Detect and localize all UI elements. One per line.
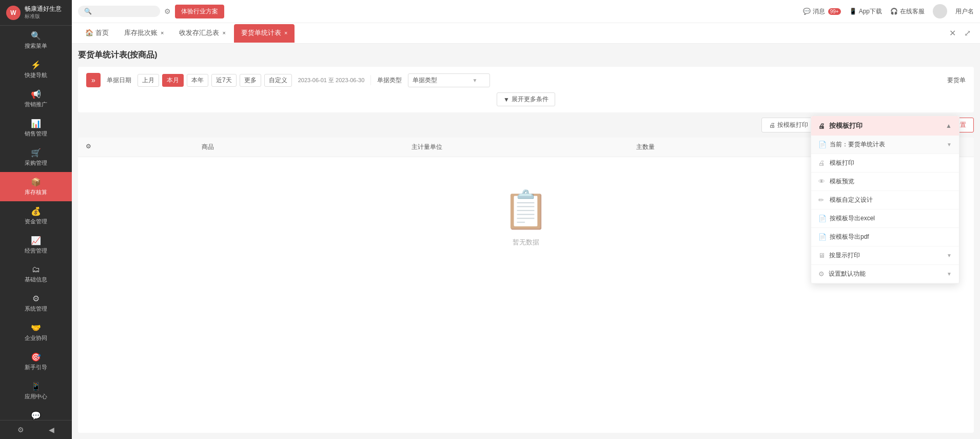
date-btn-last-month[interactable]: 上月: [138, 74, 159, 87]
th-unit: 主计量单位: [318, 143, 537, 151]
app-logo: W 畅康通好生意 标准版: [0, 0, 72, 26]
filter-card: » 单据日期 上月 本月 本年 近7天 更多 自定义 2023-06-01 至 …: [78, 67, 974, 112]
tab-order-stats[interactable]: 要货单统计表 ×: [234, 24, 295, 43]
message-icon: 💬: [803, 8, 811, 15]
date-btn-7days[interactable]: 近7天: [211, 74, 237, 87]
message-badge: 99+: [828, 8, 841, 15]
quick-nav-icon: ⚡: [31, 60, 41, 70]
tpl-default-func-section[interactable]: ⚙ 设置默认功能 ▼: [811, 265, 959, 283]
tpl-default-func-icon: ⚙: [818, 270, 825, 278]
sidebar-item-corp-collab[interactable]: 🤝 企业协同: [0, 318, 72, 347]
user-avatar[interactable]: [933, 4, 947, 18]
sidebar-item-inventory[interactable]: 📦 库存核算: [0, 172, 72, 201]
sidebar-item-purchase[interactable]: 🛒 采购管理: [0, 143, 72, 172]
sidebar-item-system[interactable]: ⚙ 系统管理: [0, 289, 72, 318]
sidebar-item-basics[interactable]: 🗂 基础信息: [0, 260, 72, 289]
date-btn-more[interactable]: 更多: [240, 74, 261, 87]
settings-footer-icon[interactable]: ⚙: [17, 426, 24, 434]
app-name: 畅康通好生意: [25, 5, 62, 13]
tab-close-all-btn[interactable]: ✕: [946, 27, 959, 39]
tpl-export-excel-icon: 📄: [818, 215, 827, 222]
tpl-current-label: 当前：要货单统计表: [830, 140, 885, 149]
sidebar-item-corp-wechat[interactable]: 💬 企业微信: [0, 406, 72, 420]
sidebar-item-marketing[interactable]: 📢 营销推广: [0, 84, 72, 113]
date-btn-custom[interactable]: 自定义: [264, 74, 292, 87]
tpl-export-pdf-label: 按模板导出pdf: [830, 233, 869, 241]
tpl-dropdown-title: 按模板打印: [829, 121, 863, 130]
sidebar-item-label: 快捷导航: [25, 71, 47, 79]
industry-btn[interactable]: 体验行业方案: [175, 5, 224, 18]
tpl-dropdown-collapse-icon[interactable]: ▲: [946, 122, 952, 129]
filter-separator-1: [370, 75, 371, 85]
tab-home[interactable]: 🏠 首页: [78, 24, 116, 43]
filter-expand-icon[interactable]: »: [86, 73, 101, 87]
expand-more-btn[interactable]: ▼ 展开更多条件: [497, 92, 555, 106]
order-type-label: 单据类型: [377, 76, 402, 85]
sidebar-item-label: 基础信息: [25, 276, 47, 283]
filter-right: 要货单: [947, 76, 966, 85]
tpl-preview-icon: 👁: [818, 178, 825, 185]
tab-recv-summary[interactable]: 收发存汇总表 ×: [172, 24, 232, 43]
expand-more-label: 展开更多条件: [512, 95, 548, 104]
expand-icon: ▼: [503, 96, 509, 103]
tpl-display-print-section[interactable]: 🖥 按显示打印 ▼: [811, 246, 959, 265]
th-settings[interactable]: ⚙: [78, 143, 99, 151]
purchase-icon: 🛒: [31, 148, 41, 158]
tpl-preview-item[interactable]: 👁 模板预览: [811, 173, 959, 191]
collapse-footer-icon[interactable]: ◀: [49, 426, 54, 434]
main-content: 🔍 ⚙ 体验行业方案 💬 消息 99+ 📱 App下载 🎧 在线客服 用户名: [72, 0, 980, 439]
message-btn[interactable]: 💬 消息 99+: [803, 7, 841, 16]
tab-expand-btn[interactable]: ⤢: [961, 27, 974, 39]
app-version: 标准版: [25, 13, 62, 20]
tpl-current-arrow: ▼: [947, 142, 952, 147]
sidebar-nav: 🔍 搜索菜单 ⚡ 快捷导航 📢 营销推广 📊 销售管理 🛒 采购管理 📦 库存核…: [0, 26, 72, 420]
newbie-icon: 🎯: [31, 352, 41, 362]
tpl-print-item[interactable]: 🖨 模板打印: [811, 154, 959, 173]
tpl-export-pdf-item[interactable]: 📄 按模板导出pdf: [811, 228, 959, 246]
marketing-icon: 📢: [31, 89, 41, 99]
sidebar-item-label: 采购管理: [25, 159, 47, 167]
tab-order-stats-close[interactable]: ×: [284, 30, 287, 36]
sales-icon: 📊: [31, 119, 41, 128]
sidebar-item-finance[interactable]: 💰 资金管理: [0, 201, 72, 231]
date-btn-this-year[interactable]: 本年: [187, 74, 208, 87]
tpl-dropdown: 🖨 按模板打印 ▲ 📄 当前：要货单统计表 ▼ 🖨 模板打印 👁 模板预览: [811, 116, 959, 284]
tpl-current-item[interactable]: 📄 当前：要货单统计表 ▼: [811, 136, 959, 154]
sidebar-item-sales[interactable]: 📊 销售管理: [0, 113, 72, 143]
basics-icon: 🗂: [32, 265, 40, 274]
topbar-gear-icon[interactable]: ⚙: [164, 7, 171, 15]
sidebar-item-operations[interactable]: 📈 经营管理: [0, 231, 72, 260]
online-service-label: 在线客服: [900, 7, 925, 16]
tpl-display-print-arrow: ▼: [947, 253, 952, 258]
tpl-dropdown-header[interactable]: 🖨 按模板打印 ▲: [811, 116, 959, 136]
logo-icon: W: [6, 6, 21, 20]
tpl-design-item[interactable]: ✏ 模板自定义设计: [811, 191, 959, 209]
order-type-select[interactable]: 单据类型 ▼: [408, 73, 490, 87]
tab-recv-summary-close[interactable]: ×: [222, 30, 225, 36]
tpl-current-icon: 📄: [818, 141, 827, 148]
sidebar-item-newbie[interactable]: 🎯 新手引导: [0, 347, 72, 376]
date-options: 上月 本月 本年 近7天 更多 自定义: [138, 74, 292, 87]
topbar-search[interactable]: 🔍: [78, 6, 160, 17]
sidebar-item-label: 资金管理: [25, 218, 47, 225]
order-goods-label: 要货单: [947, 76, 966, 85]
phone-icon: 📱: [849, 8, 857, 15]
tpl-display-print-label: 按显示打印: [829, 251, 860, 260]
tpl-default-func-arrow: ▼: [947, 271, 952, 277]
app-download-btn[interactable]: 📱 App下载: [849, 7, 882, 16]
sidebar-item-search[interactable]: 🔍 搜索菜单: [0, 26, 72, 55]
th-qty: 主数量: [536, 143, 755, 151]
tpl-print-item-label: 模板打印: [830, 159, 854, 167]
sidebar-item-label: 企业协同: [25, 334, 47, 342]
headset-icon: 🎧: [890, 8, 898, 15]
page-title: 要货单统计表(按商品): [78, 50, 974, 61]
tpl-export-excel-item[interactable]: 📄 按模板导出excel: [811, 209, 959, 228]
sidebar-item-quick-nav[interactable]: ⚡ 快捷导航: [0, 55, 72, 84]
date-btn-this-month[interactable]: 本月: [162, 74, 184, 87]
sidebar-item-label: 销售管理: [25, 130, 47, 138]
tab-stock-batch-close[interactable]: ×: [161, 30, 164, 36]
tab-stock-batch[interactable]: 库存批次账 ×: [117, 24, 171, 43]
online-service-btn[interactable]: 🎧 在线客服: [890, 7, 925, 16]
empty-state-text: 暂无数据: [513, 238, 539, 247]
sidebar-item-app-center[interactable]: 📱 应用中心: [0, 376, 72, 406]
